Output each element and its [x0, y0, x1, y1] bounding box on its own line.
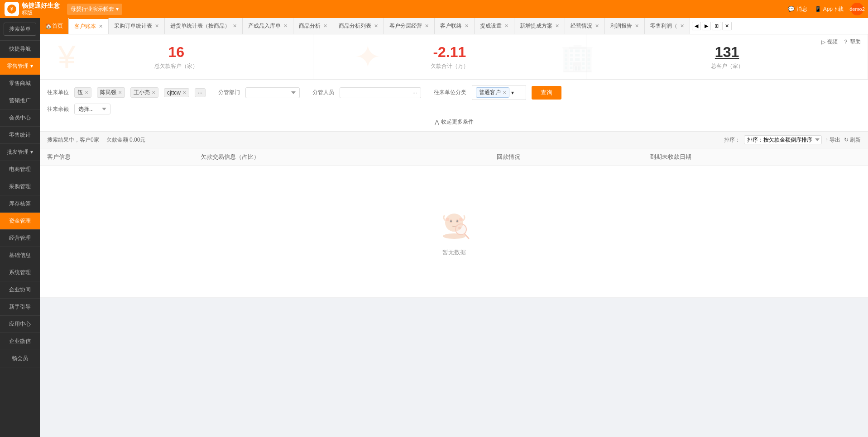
filter-tag-wang: 王小亮 ✕ — [130, 87, 158, 98]
unit-type-select[interactable]: 普通客户 ✕ ▾ — [472, 85, 526, 100]
message-btn[interactable]: 💬 消息 — [788, 5, 807, 13]
refresh-btn[interactable]: ↻ 刷新 — [844, 136, 861, 144]
data-table: 客户信息 欠款交易信息（占比） 回款情况 到期未收款日期 — [40, 148, 868, 298]
tab-close-icon[interactable]: ✕ — [425, 23, 429, 29]
tab-close-icon[interactable]: ✕ — [680, 23, 684, 29]
sidebar-search: 搜索菜单 — [0, 18, 40, 41]
tab-home[interactable]: 🏠 首页 — [40, 18, 69, 34]
app-download-btn[interactable]: 📱 App下载 — [815, 5, 844, 13]
tab-retail-profit[interactable]: 零售利润（ ✕ — [645, 18, 690, 34]
tag-close-chen[interactable]: ✕ — [118, 90, 122, 95]
svg-point-8 — [459, 218, 463, 221]
tab-goods-stats[interactable]: 进货单统计表（按商品） ✕ — [165, 18, 243, 34]
empty-state: 暂无数据 — [47, 171, 861, 293]
search-menu-btn[interactable]: 搜索菜单 — [4, 23, 36, 36]
tab-commission-settings[interactable]: 提成设置 ✕ — [475, 18, 514, 34]
avatar[interactable]: demo2 — [851, 3, 863, 15]
svg-text:¥: ¥ — [10, 6, 14, 12]
sidebar-item-member[interactable]: 会员中心 — [0, 109, 40, 127]
filter-row-1: 往来单位 伍 ✕ 陈民强 ✕ 王小亮 ✕ — [47, 85, 861, 100]
svg-point-6 — [450, 220, 452, 222]
stat-debt-customers-value: 16 — [168, 44, 184, 61]
tab-expand-btn[interactable]: ⊞ — [712, 22, 721, 30]
sidebar-item-finance[interactable]: 资金管理 — [0, 213, 40, 230]
query-btn[interactable]: 查询 — [532, 86, 561, 100]
col-repayment: 回款情况 — [489, 148, 643, 166]
sidebar-item-marketing[interactable]: 营销推广 — [0, 92, 40, 109]
tab-goods-list[interactable]: 商品分析列表 ✕ — [333, 18, 384, 34]
sidebar-item-vip[interactable]: 畅会员 — [0, 350, 40, 367]
collapse-btn[interactable]: ⋀ 收起更多条件 — [435, 118, 474, 126]
tab-close-icon[interactable]: ✕ — [635, 23, 639, 29]
account-selector[interactable]: 母婴行业演示帐套 ▾ — [67, 4, 122, 15]
col-customer-info: 客户信息 — [40, 148, 193, 166]
stats-bar: ¥ 16 总欠款客户（家） ✦ -2.11 欠款合计（万） 🏢 131 — [40, 34, 868, 80]
person-input[interactable]: ··· — [340, 87, 421, 98]
help-btn[interactable]: ？ 帮助 — [843, 38, 861, 46]
sidebar-item-retail-mall[interactable]: 零售商城 — [0, 75, 40, 92]
tab-close-icon[interactable]: ✕ — [595, 23, 599, 29]
tab-close-icon[interactable]: ✕ — [323, 23, 327, 29]
sidebar-item-purchase[interactable]: 采购管理 — [0, 178, 40, 195]
filter-tag-cjttcw: cjttcw ✕ — [164, 88, 189, 97]
tab-purchase-order[interactable]: 采购订单统计表 ✕ — [109, 18, 165, 34]
result-info: 搜索结果中，客户0家 欠款金额 0.00元 — [47, 136, 145, 144]
sidebar-item-ecommerce[interactable]: 电商管理 — [0, 161, 40, 178]
tab-close-icon[interactable]: ✕ — [465, 23, 469, 29]
stat-debt-total-label: 欠款合计（万） — [431, 62, 469, 70]
sort-select[interactable]: 排序：按欠款金额倒序排序 — [744, 135, 822, 144]
refresh-icon: ↻ — [844, 137, 849, 143]
tab-close-icon[interactable]: ✕ — [233, 23, 237, 29]
table-container: 客户信息 欠款交易信息（占比） 回款情况 到期未收款日期 — [40, 148, 868, 298]
tag-close-wu[interactable]: ✕ — [85, 90, 88, 95]
stats-bar-help: ▷ 视频 ？ 帮助 — [821, 38, 861, 46]
tab-product-storage[interactable]: 产成品入库单 ✕ — [243, 18, 293, 34]
tab-close-icon[interactable]: ✕ — [283, 23, 288, 29]
tag-close-wang[interactable]: ✕ — [152, 90, 155, 95]
col-debt-info: 欠款交易信息（占比） — [193, 148, 489, 166]
tab-arrows: ◀ ▶ ⊞ ✕ — [690, 22, 734, 30]
tab-new-commission[interactable]: 新增提成方案 ✕ — [514, 18, 565, 34]
sidebar-item-basic[interactable]: 基础信息 — [0, 247, 40, 264]
tab-close-icon[interactable]: ✕ — [374, 23, 378, 29]
tab-customer-ledger[interactable]: 客户账本 ✕ — [69, 18, 109, 34]
tab-close-icon[interactable]: ✕ — [555, 23, 559, 29]
export-btn[interactable]: ↑ 导出 — [825, 136, 840, 144]
tab-operations[interactable]: 经营情况 ✕ — [565, 18, 605, 34]
sidebar-item-apps[interactable]: 应用中心 — [0, 316, 40, 333]
tab-next-btn[interactable]: ▶ — [702, 22, 711, 30]
sidebar-item-system[interactable]: 系统管理 — [0, 264, 40, 281]
svg-point-9 — [446, 218, 449, 221]
tab-goods-analysis[interactable]: 商品分析 ✕ — [293, 18, 333, 34]
sidebar-item-collab[interactable]: 企业协同 — [0, 281, 40, 299]
tab-close-icon[interactable]: ✕ — [504, 23, 508, 29]
tab-customer-contact[interactable]: 客户联络 ✕ — [435, 18, 475, 34]
tab-close-icon[interactable]: ✕ — [155, 23, 159, 29]
tab-close-icon[interactable]: ✕ — [99, 24, 103, 29]
video-help-btn[interactable]: ▷ 视频 — [821, 38, 838, 46]
tab-customer-tier[interactable]: 客户分层经营 ✕ — [384, 18, 435, 34]
balance-label: 往来余额 — [47, 105, 69, 113]
sidebar-item-guide[interactable]: 新手引导 — [0, 299, 40, 316]
tab-prev-btn[interactable]: ◀ — [692, 22, 701, 30]
stat-total-customers-value: 131 — [715, 44, 739, 61]
sidebar-item-operations[interactable]: 经营管理 — [0, 230, 40, 247]
empty-state-cell: 暂无数据 — [40, 166, 868, 298]
sidebar-item-inventory[interactable]: 库存核算 — [0, 195, 40, 213]
sidebar-item-quicknav[interactable]: 快捷导航 — [0, 41, 40, 58]
tab-close-all-btn[interactable]: ✕ — [722, 22, 732, 30]
filter-tag-more[interactable]: ··· — [195, 88, 206, 97]
unit-type-tag-close[interactable]: ✕ — [503, 90, 506, 95]
tab-profit-report[interactable]: 利润报告 ✕ — [605, 18, 645, 34]
sidebar-item-retail[interactable]: 零售管理 ▾ — [0, 58, 40, 75]
svg-point-12 — [458, 227, 461, 229]
stat-debt-customers: 16 总欠款客户（家） — [40, 34, 313, 79]
tag-close-cjttcw[interactable]: ✕ — [182, 90, 186, 95]
sidebar-item-wholesale[interactable]: 批发管理 ▾ — [0, 144, 40, 161]
person-input-more[interactable]: ··· — [412, 90, 417, 96]
sidebar-item-wechat[interactable]: 企业微信 — [0, 333, 40, 350]
unit-filter-label: 往来单位 — [47, 89, 69, 96]
balance-select[interactable]: 选择... — [74, 104, 110, 114]
dept-select[interactable] — [245, 87, 300, 98]
sidebar-item-retail-stats[interactable]: 零售统计 — [0, 127, 40, 144]
